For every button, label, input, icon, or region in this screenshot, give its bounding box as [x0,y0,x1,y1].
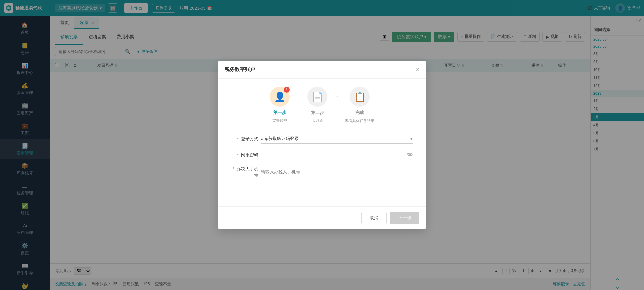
step-1-icon-wrap: 👤 ! [270,87,290,107]
modal-overlay: 税务数字账户 × 👤 ! 第一步 完善账密 → 📄 [0,0,644,290]
next-button[interactable]: 下一步 [390,212,419,224]
step-1-badge: ! [284,87,290,93]
arrow-1-2: → [290,87,307,100]
step-2-icon-wrap: 📄 [307,87,327,107]
step-3-label: 完成 [355,110,364,116]
step-2-icon: 📄 [312,91,323,102]
modal-close-button[interactable]: × [416,66,419,73]
spacer [231,185,413,198]
required-star-pwd: * [237,152,239,157]
password-label: * 网报密码 [231,152,258,158]
step-1-label: 第一步 [273,110,286,116]
cancel-button[interactable]: 取消 [361,212,387,224]
phone-input[interactable] [261,168,413,176]
password-input-wrapper: • [261,150,413,159]
password-row: * 网报密码 • [231,150,413,159]
steps-container: 👤 ! 第一步 完善账密 → 📄 第二步 去取票 → [231,87,413,123]
password-dot: • [261,153,262,156]
step-3-desc: 查看具体任务结果 [345,118,374,123]
arrow-2-3: → [327,87,345,100]
step-1-desc: 完善账密 [272,118,287,123]
chevron-down-login: ▾ [410,136,413,141]
step-1-icon: 👤 [274,91,286,102]
login-method-value: app获取验证码登录 [261,136,299,142]
modal-form: * 登录方式 app获取验证码登录 ▾ * 网报密码 • [231,134,413,178]
modal-title: 税务数字账户 [225,66,255,73]
modal-header: 税务数字账户 × [218,61,426,79]
phone-row: * 办税人手机号 [231,166,413,178]
required-star-phone: * [233,166,234,171]
step-2-desc: 去取票 [312,118,323,123]
required-star: * [237,136,239,141]
step-3-icon-wrap: 📋 [350,87,370,107]
login-method-row: * 登录方式 app获取验证码登录 ▾ [231,134,413,144]
login-method-select[interactable]: app获取验证码登录 ▾ [261,134,413,144]
modal-footer: 取消 下一步 [218,206,426,229]
step-3: 📋 完成 查看具体任务结果 [345,87,374,123]
modal-body: 👤 ! 第一步 完善账密 → 📄 第二步 去取票 → [218,79,426,206]
phone-label: * 办税人手机号 [231,166,258,178]
step-1: 👤 ! 第一步 完善账密 [270,87,290,123]
tax-account-modal: 税务数字账户 × 👤 ! 第一步 完善账密 → 📄 [218,61,426,229]
login-method-label: * 登录方式 [231,136,258,142]
step-3-icon: 📋 [354,91,366,102]
step-2-label: 第二步 [311,110,324,116]
step-2: 📄 第二步 去取票 [307,87,327,123]
eye-icon[interactable] [407,152,413,157]
